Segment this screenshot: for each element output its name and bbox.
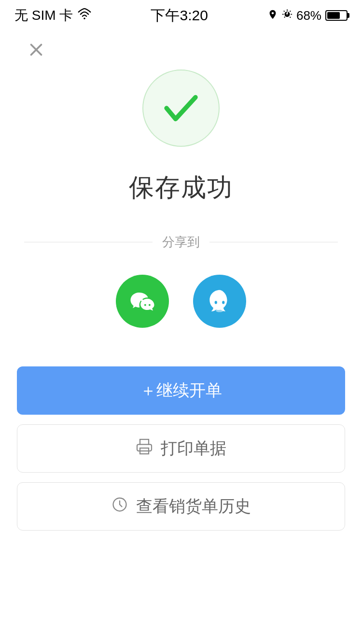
continue-button[interactable]: ＋ 继续开单: [17, 366, 345, 415]
svg-point-6: [149, 304, 151, 306]
status-right: 68%: [267, 8, 348, 23]
print-button[interactable]: 打印单据: [17, 424, 345, 473]
divider-line-left: [24, 242, 153, 242]
success-title: 保存成功: [129, 171, 233, 205]
history-button[interactable]: 查看销货单历史: [17, 482, 345, 531]
battery-box: [325, 10, 348, 21]
battery-container: [325, 10, 348, 21]
history-label: 查看销货单历史: [136, 495, 251, 518]
printer-icon: [136, 438, 153, 459]
plus-icon: ＋: [140, 379, 156, 402]
svg-point-0: [84, 17, 86, 19]
share-divider: 分享到: [24, 234, 338, 251]
continue-label: 继续开单: [156, 379, 222, 402]
success-circle: [142, 70, 220, 147]
divider-line-right: [209, 242, 338, 242]
svg-point-3: [135, 299, 138, 301]
status-bar: 无 SIM 卡 下午3:20 68%: [0, 0, 362, 31]
status-left: 无 SIM 卡: [14, 6, 91, 25]
clock-icon: [111, 496, 128, 517]
qq-share-button[interactable]: [193, 275, 246, 328]
status-time: 下午3:20: [151, 6, 208, 26]
svg-point-9: [222, 301, 224, 304]
print-label: 打印单据: [161, 437, 226, 460]
svg-point-7: [216, 309, 223, 312]
main-content: 保存成功 分享到: [0, 31, 362, 531]
svg-point-8: [215, 301, 217, 304]
battery-percent: 68%: [296, 8, 321, 23]
carrier-text: 无 SIM 卡: [14, 6, 73, 25]
wechat-share-button[interactable]: [116, 275, 169, 328]
location-icon: [267, 8, 278, 23]
alarm-icon: [282, 8, 292, 23]
battery-fill: [327, 12, 340, 19]
action-buttons: ＋ 继续开单 打印单据 查看销货单历史: [17, 366, 345, 531]
share-label: 分享到: [162, 234, 200, 251]
svg-point-4: [140, 299, 143, 301]
share-icons: [116, 275, 246, 328]
svg-point-5: [144, 304, 146, 306]
close-button[interactable]: [24, 38, 48, 62]
wifi-icon: [78, 7, 91, 24]
